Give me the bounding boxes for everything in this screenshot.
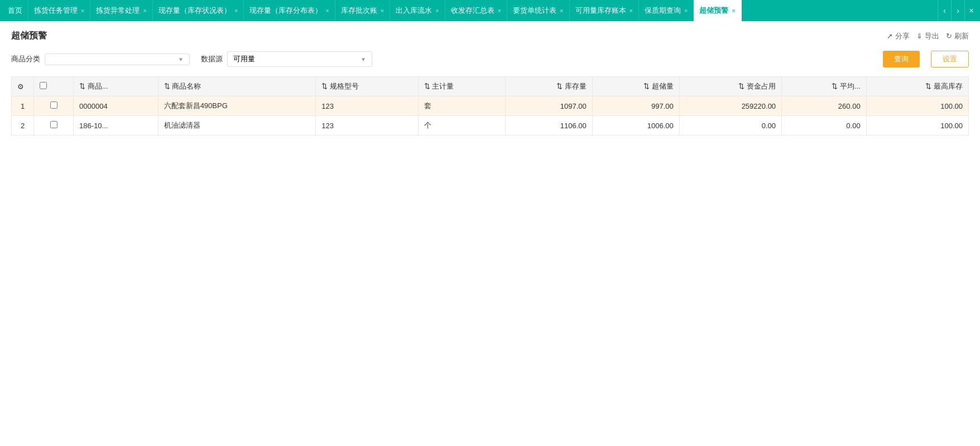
product-name-column-header[interactable]: ⇅ 商品名称 [158,77,316,96]
datasource-select[interactable]: 可用量 ▼ [227,51,372,67]
export-button[interactable]: ⇓ 导出 [916,31,939,41]
table-header-row: ⚙ ⇅ 商品... ⇅ 商品名称 ⇅ 规格型号 ⇅ 主计量 ⇅ 库存量 [12,77,969,96]
nav-tab-label: 库存批次账 [341,6,377,16]
refresh-icon: ↻ [946,32,952,40]
tab-close-icon[interactable]: × [435,7,439,14]
filter-row: 商品分类 ▼ 数据源 可用量 ▼ 查询 设置 [11,51,969,67]
query-button[interactable]: 查询 [883,51,920,67]
nav-tab-label: 出入库流水 [396,6,432,16]
nav-expand-btn[interactable]: × [964,0,978,21]
nav-tab-label: 首页 [8,6,22,16]
row-max-stock: 100.00 [866,96,968,116]
nav-tab-home[interactable]: 首页 [2,0,28,21]
row-unit: 个 [418,116,505,135]
row-index: 2 [12,116,34,135]
row-avg: 0.00 [782,116,867,135]
data-table: ⚙ ⇅ 商品... ⇅ 商品名称 ⇅ 规格型号 ⇅ 主计量 ⇅ 库存量 [11,76,969,135]
datasource-chevron-icon: ▼ [361,56,366,62]
tab-close-icon[interactable]: × [560,7,563,14]
row-product-name: 六配套新昌490BPG [158,96,316,116]
avg-column-header[interactable]: ⇅ 平均... [782,77,867,96]
share-button[interactable]: ➚ 分享 [887,31,910,41]
max-stock-column-header[interactable]: ⇅ 最高库存 [866,77,968,96]
select-all-checkbox[interactable] [40,82,47,89]
category-select[interactable]: ▼ [45,54,190,65]
header-actions: ➚ 分享 ⇓ 导出 ↻ 刷新 [887,31,969,41]
tab-close-icon[interactable]: × [234,7,238,14]
row-unit: 套 [418,96,505,116]
unit-column-header[interactable]: ⇅ 主计量 [418,77,505,96]
row-stock: 1106.00 [505,116,592,135]
category-label: 商品分类 [11,54,40,64]
nav-tab-abnormal[interactable]: 拣货异常处理× [90,0,152,21]
row-product-code: 186-10... [74,116,158,135]
category-filter-group: 商品分类 ▼ [11,54,190,65]
datasource-select-value: 可用量 [233,54,255,64]
datasource-label: 数据源 [201,54,223,64]
page-header: 超储预警 ➚ 分享 ⇓ 导出 ↻ 刷新 [11,30,969,42]
nav-tab-quality-check[interactable]: 保质期查询× [639,0,694,21]
nav-tab-label: 拣货异常处理 [96,6,140,16]
tab-close-icon[interactable]: × [81,7,84,14]
nav-tab-overstock[interactable]: 超储预警× [694,0,741,21]
nav-tab-label: 可用量库存账本 [575,6,626,16]
nav-tab-stock-dist[interactable]: 现存量（库存分布表）× [244,0,335,21]
tab-close-icon[interactable]: × [498,7,501,14]
row-product-name: 机油滤清器 [158,116,316,135]
settings-button[interactable]: 设置 [931,51,969,67]
nav-tab-avail-ledger[interactable]: 可用量库存账本× [570,0,639,21]
nav-tab-label: 要货单统计表 [513,6,556,16]
row-capital-occupied: 259220.00 [679,96,781,116]
nav-tab-stock-status[interactable]: 现存量（库存状况表）× [153,0,244,21]
page-title: 超储预警 [11,30,47,42]
nav-tab-label: 超储预警 [699,6,728,16]
row-checkbox[interactable] [34,96,74,116]
datasource-filter-group: 数据源 可用量 ▼ [201,51,372,67]
row-product-code: 0000004 [74,96,158,116]
row-stock: 1097.00 [505,96,592,116]
nav-tab-label: 现存量（库存状况表） [158,6,231,16]
nav-arrows: ‹ › × [938,0,978,21]
nav-tab-order-stat[interactable]: 要货单统计表× [507,0,569,21]
row-capital-occupied: 0.00 [679,116,781,135]
page-content: 超储预警 ➚ 分享 ⇓ 导出 ↻ 刷新 商品分类 ▼ 数据源 [0,21,980,446]
capital-column-header[interactable]: ⇅ 资金占用 [679,77,781,96]
spec-column-header[interactable]: ⇅ 规格型号 [316,77,418,96]
nav-tab-batch[interactable]: 库存批次账× [335,0,390,21]
row-index: 1 [12,96,34,116]
gear-column-header[interactable]: ⚙ [12,77,34,96]
tab-close-icon[interactable]: × [732,7,735,14]
row-avg: 260.00 [782,96,867,116]
stock-column-header[interactable]: ⇅ 库存量 [505,77,592,96]
export-icon: ⇓ [916,32,923,40]
nav-tab-label: 拣货任务管理 [34,6,78,16]
tab-close-icon[interactable]: × [630,7,633,14]
nav-tab-label: 收发存汇总表 [451,6,494,16]
row-max-stock: 100.00 [866,116,968,135]
checkbox-column-header[interactable] [34,77,74,96]
nav-tab-label: 保质期查询 [645,6,681,16]
row-checkbox[interactable] [34,116,74,135]
row-over-stock: 1006.00 [592,116,679,135]
nav-tab-inout-flow[interactable]: 出入库流水× [390,0,445,21]
share-icon: ➚ [887,32,893,40]
row-spec: 123 [316,116,418,135]
row-spec: 123 [316,96,418,116]
top-nav: 首页拣货任务管理×拣货异常处理×现存量（库存状况表）×现存量（库存分布表）×库存… [0,0,980,21]
category-chevron-icon: ▼ [178,56,184,62]
row-over-stock: 997.00 [592,96,679,116]
overstock-column-header[interactable]: ⇅ 超储量 [592,77,679,96]
nav-right-arrow[interactable]: › [951,0,964,21]
tab-close-icon[interactable]: × [381,7,384,14]
tab-close-icon[interactable]: × [684,7,688,14]
product-code-column-header[interactable]: ⇅ 商品... [74,77,158,96]
nav-tab-label: 现存量（库存分布表） [249,6,322,16]
nav-tab-collect[interactable]: 收发存汇总表× [445,0,507,21]
table-row: 1 0000004 六配套新昌490BPG 123 套 1097.00 997.… [12,96,969,116]
nav-left-arrow[interactable]: ‹ [938,0,951,21]
nav-tab-task[interactable]: 拣货任务管理× [28,0,90,21]
refresh-button[interactable]: ↻ 刷新 [946,31,969,41]
tab-close-icon[interactable]: × [325,7,329,14]
tab-close-icon[interactable]: × [143,7,146,14]
table-row: 2 186-10... 机油滤清器 123 个 1106.00 1006.00 … [12,116,969,135]
